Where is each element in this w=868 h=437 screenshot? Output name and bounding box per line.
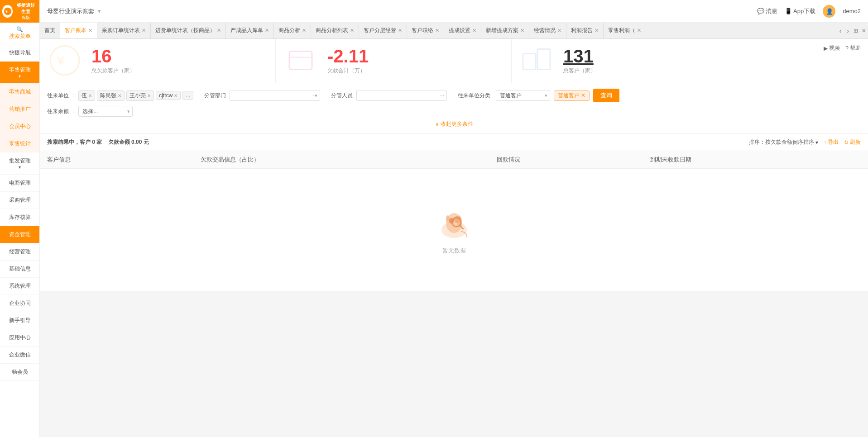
sidebar-item-retail-mall[interactable]: 零售商城 (0, 84, 39, 101)
tab-home-label: 首页 (44, 27, 55, 34)
tab-retail-profit-close[interactable]: ✕ (637, 28, 641, 33)
video-icon: ▶ (824, 45, 828, 52)
sidebar-item-member-center[interactable]: 会员中心 (0, 118, 39, 135)
sidebar-item-inventory[interactable]: 库存核算 (0, 209, 39, 226)
stat-total-label: 总客户（家） (563, 67, 596, 75)
tab-retail-profit[interactable]: 零售利润（ ✕ (604, 23, 646, 39)
sidebar-item-enterprise-coop[interactable]: 企业协同 (0, 295, 39, 312)
person-filter-input[interactable] (356, 90, 447, 101)
tab-home[interactable]: 首页 (40, 23, 60, 39)
balance-select[interactable]: 选择... (78, 106, 133, 117)
empty-state: 暂无数据 (40, 169, 868, 291)
svg-text:¥: ¥ (5, 9, 8, 14)
tab-new-promotion[interactable]: 新增提成方案 ✕ (481, 23, 529, 39)
unit-tag-3-remove[interactable]: ✕ (174, 93, 177, 98)
message-button[interactable]: 💬 消息 (757, 7, 777, 15)
tab-close-all[interactable]: ✕ (860, 28, 868, 34)
sidebar-item-system-mgmt[interactable]: 系统管理 (0, 278, 39, 295)
unit-tag-1-remove[interactable]: ✕ (118, 93, 121, 98)
unit-tag-more[interactable]: ... (182, 91, 193, 100)
sidebar-item-capital-mgmt[interactable]: 资金管理 (0, 226, 39, 243)
tab-promotion-settings-close[interactable]: ✕ (472, 28, 476, 33)
sidebar-item-retail-stats[interactable]: 零售统计 (0, 135, 39, 152)
sidebar-item-marketing[interactable]: 营销推广 (0, 101, 39, 118)
tab-new-promotion-close[interactable]: ✕ (520, 28, 524, 33)
dept-more-icon[interactable]: ··· (313, 92, 317, 99)
tab-purchase-stats[interactable]: 进货单统计表（按商品） ✕ (151, 23, 226, 39)
avatar[interactable]: 👤 (823, 5, 835, 18)
tab-customer-account[interactable]: 客户账本 ✕ (60, 23, 97, 39)
person-more-icon[interactable]: ··· (440, 92, 444, 99)
help-button[interactable]: ? 帮助 (845, 44, 861, 52)
tab-product-analysis-close[interactable]: ✕ (302, 28, 306, 33)
export-button[interactable]: ↑ 导出 (824, 138, 839, 146)
balance-select-wrapper[interactable]: 选择... (78, 106, 133, 117)
unit-tag-3[interactable]: cjttcw ✕ (156, 91, 181, 100)
sidebar-item-premium-member[interactable]: 畅会员 (0, 364, 39, 381)
tab-customer-contact-label: 客户联络 (412, 27, 433, 34)
unit-category-label: 往来单位分类 (458, 92, 490, 100)
customer-tag-remove[interactable]: ✕ (581, 92, 585, 99)
tab-expand[interactable]: ⊞ (852, 28, 860, 34)
sidebar-item-wholesale-mgmt[interactable]: 批发管理 ▾ (0, 152, 39, 175)
sort-button[interactable]: 排序：按欠款金额倒序排序 ▾ (749, 138, 818, 146)
unit-tag-1[interactable]: 陈民强 ✕ (97, 90, 125, 101)
unit-category-select[interactable]: 普通客户 (496, 90, 550, 101)
tab-operation-status-close[interactable]: ✕ (557, 28, 561, 33)
unit-tag-2-remove[interactable]: ✕ (147, 93, 151, 98)
tab-customer-account-close[interactable]: ✕ (88, 28, 92, 33)
empty-text: 暂无数据 (442, 247, 466, 255)
video-button[interactable]: ▶ 视频 (824, 44, 840, 52)
tab-purchase-stats-close[interactable]: ✕ (217, 28, 221, 33)
tab-promotion-settings[interactable]: 提成设置 ✕ (444, 23, 481, 39)
help-area: ▶ 视频 ? 帮助 (824, 44, 861, 52)
tab-operation-status[interactable]: 经营情况 ✕ (529, 23, 566, 39)
industry-dropdown-icon[interactable]: ▾ (98, 8, 101, 14)
sidebar-item-retail-mgmt[interactable]: 零售管理 ▾ (0, 62, 39, 84)
table-area: 搜索结果中，客户 0 家 欠款金额 0.00 元 排序：按欠款金额倒序排序 ▾ … (40, 134, 868, 291)
customer-tag[interactable]: 普通客户 ✕ (554, 90, 590, 101)
sidebar-item-enterprise-wechat[interactable]: 企业微信 (0, 347, 39, 364)
svg-point-17 (446, 215, 450, 222)
tab-customer-tier-close[interactable]: ✕ (398, 28, 402, 33)
sidebar-item-new-guide[interactable]: 新手引导 (0, 312, 39, 329)
tab-scroll-left[interactable]: ‹ (837, 27, 844, 34)
unit-tag-2[interactable]: 王小亮 ✕ (126, 90, 154, 101)
sidebar-logo: ¥ 畅捷通好生意 标版 (0, 0, 39, 23)
sidebar-item-basic-info[interactable]: 基础信息 (0, 261, 39, 278)
tab-customer-tier[interactable]: 客户分层经营 ✕ (359, 23, 407, 39)
sidebar-item-ecommerce-mgmt[interactable]: 电商管理 (0, 175, 39, 192)
collapse-button[interactable]: ∧ 收起更多条件 (435, 120, 473, 128)
sidebar-item-purchase-mgmt[interactable]: 采购管理 (0, 192, 39, 209)
tab-product-analysis-label: 商品分析 (278, 27, 300, 34)
sidebar-item-quick-nav[interactable]: 快捷导航 (0, 44, 39, 62)
refresh-button[interactable]: ↻ 刷新 (844, 138, 861, 146)
sidebar-item-search[interactable]: 🔍 搜索菜单 (0, 23, 39, 44)
tab-scroll-right[interactable]: › (844, 27, 852, 34)
tab-cost-inbound-close[interactable]: ✕ (265, 28, 269, 33)
stat-total-customers-number: 16 (91, 47, 135, 65)
tab-profit-report[interactable]: 利润报告 ✕ (566, 23, 604, 39)
sort-label: 排序：按欠款金额倒序排序 (749, 138, 814, 146)
sidebar-item-ops-mgmt[interactable]: 经营管理 (0, 243, 39, 261)
tab-customer-contact[interactable]: 客户联络 ✕ (407, 23, 444, 39)
tab-product-analysis-list-close[interactable]: ✕ (350, 28, 354, 33)
collapse-icon: ∧ (435, 121, 439, 128)
tab-cost-inbound[interactable]: 产成品入库单 ✕ (226, 23, 274, 39)
unit-tag-0-remove[interactable]: ✕ (88, 93, 92, 98)
tab-profit-report-close[interactable]: ✕ (595, 28, 599, 33)
tab-purchase-order[interactable]: 采购订单统计表 ✕ (97, 23, 151, 39)
col-due-date: 到期未收款日期 (643, 151, 868, 169)
tab-product-analysis-list-label: 商品分析列表 (316, 27, 348, 34)
tab-purchase-order-close[interactable]: ✕ (142, 28, 146, 33)
tab-product-analysis[interactable]: 商品分析 ✕ (274, 23, 311, 39)
dept-filter-input[interactable] (230, 90, 320, 101)
unit-category-select-wrapper[interactable]: 普通客户 (496, 90, 550, 101)
header-left: 母婴行业演示账套 ▾ (47, 7, 101, 15)
tab-product-analysis-list[interactable]: 商品分析列表 ✕ (311, 23, 359, 39)
tab-customer-contact-close[interactable]: ✕ (435, 28, 439, 33)
unit-tag-0[interactable]: 伍 ✕ (78, 90, 95, 101)
app-download-button[interactable]: 📱 App下载 (785, 7, 815, 15)
query-button[interactable]: 查询 (593, 89, 619, 102)
sidebar-item-app-center[interactable]: 应用中心 (0, 329, 39, 347)
